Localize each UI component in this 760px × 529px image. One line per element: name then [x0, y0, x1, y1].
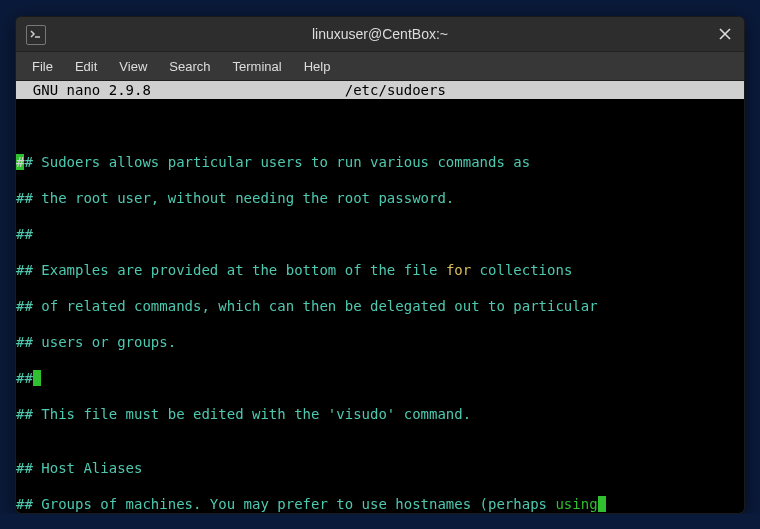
- terminal-viewport[interactable]: GNU nano 2.9.8 /etc/sudoers ## Sudoers a…: [16, 81, 744, 513]
- nano-version: GNU nano 2.9.8: [16, 81, 151, 99]
- menu-search[interactable]: Search: [159, 56, 220, 77]
- text-cursor: [598, 496, 606, 512]
- editor-body: ## Sudoers allows particular users to ru…: [16, 99, 744, 513]
- menubar: File Edit View Search Terminal Help: [16, 52, 744, 81]
- titlebar: linuxuser@CentBox:~: [16, 17, 744, 52]
- terminal-window: linuxuser@CentBox:~ File Edit View Searc…: [15, 16, 745, 514]
- menu-terminal[interactable]: Terminal: [223, 56, 292, 77]
- close-icon: [719, 28, 731, 40]
- menu-help[interactable]: Help: [294, 56, 341, 77]
- text-cursor: [33, 370, 41, 386]
- svg-rect-0: [29, 28, 43, 42]
- nano-header: GNU nano 2.9.8 /etc/sudoers: [16, 81, 744, 99]
- terminal-icon: [26, 25, 46, 45]
- close-button[interactable]: [714, 23, 736, 45]
- header-fill: [446, 81, 724, 99]
- menu-view[interactable]: View: [109, 56, 157, 77]
- window-title: linuxuser@CentBox:~: [312, 26, 448, 42]
- menu-edit[interactable]: Edit: [65, 56, 107, 77]
- nano-filename: /etc/sudoers: [345, 81, 446, 99]
- header-spacer: [151, 81, 345, 99]
- menu-file[interactable]: File: [22, 56, 63, 77]
